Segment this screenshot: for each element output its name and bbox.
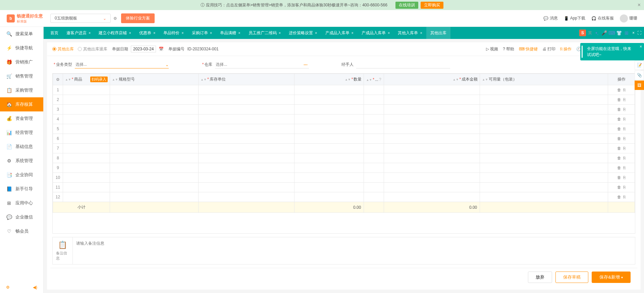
tooltip-close-icon[interactable]: × — [640, 44, 642, 49]
delete-row-icon[interactable]: 🗑 — [617, 117, 621, 121]
sort-icon[interactable]: ▲▼ — [112, 79, 118, 81]
close-icon[interactable]: × — [89, 31, 91, 35]
close-icon[interactable]: × — [129, 31, 131, 35]
radio-other-out-return[interactable]: 其他出库退库 — [78, 46, 107, 52]
sidebar-item-member[interactable]: ♡畅会员 — [0, 224, 43, 238]
gear-icon[interactable]: ⚙ — [113, 16, 117, 21]
sidebar-item-operation[interactable]: 📊经营管理 — [0, 126, 43, 140]
ime-skin-icon[interactable]: 👕 — [616, 30, 622, 36]
table-settings-icon[interactable]: ⚙ — [56, 77, 60, 82]
close-icon[interactable]: × — [388, 31, 390, 35]
delete-row-icon[interactable]: 🗑 — [617, 195, 621, 199]
sidebar-item-search[interactable]: 🔍搜索菜单 — [0, 27, 43, 41]
copy-row-icon[interactable]: ⎘ — [623, 165, 626, 170]
sidebar-item-collab[interactable]: 📑企业协同 — [0, 168, 43, 182]
table-row[interactable]: 11🗑⎘ — [53, 183, 635, 192]
scan-badge[interactable]: 扫码录入 — [90, 77, 108, 82]
sidebar-item-basic[interactable]: 📄基础信息 — [0, 140, 43, 154]
chevron-down-icon[interactable]: ⌄ — [165, 62, 169, 67]
messages-link[interactable]: 💬消息 — [543, 15, 558, 21]
delete-row-icon[interactable]: 🗑 — [617, 156, 621, 160]
table-row[interactable]: 10🗑⎘ — [53, 173, 635, 183]
table-row[interactable]: 12🗑⎘ — [53, 192, 635, 202]
user-menu[interactable]: 珊珊 — [620, 14, 637, 22]
close-icon[interactable]: × — [352, 31, 354, 35]
rail-note-icon[interactable]: 📝 — [635, 60, 644, 70]
copy-row-icon[interactable]: ⎘ — [623, 88, 626, 92]
sort-icon[interactable]: ▲▼ — [482, 79, 488, 81]
remarks-input[interactable] — [73, 237, 635, 254]
table-row[interactable]: 1🗑⎘ — [53, 85, 635, 95]
rail-image-icon[interactable]: 🖼 — [635, 81, 644, 90]
table-row[interactable]: 5🗑⎘ — [53, 124, 635, 134]
sort-icon[interactable]: ▲▼ — [65, 79, 71, 81]
sidebar-item-quicknav[interactable]: ⚡快捷导航 — [0, 41, 43, 55]
date-value[interactable]: 2023-03-24 — [131, 46, 156, 52]
save-new-button[interactable]: 保存&新增▾ — [592, 272, 631, 283]
sidebar-item-apps[interactable]: ⊞应用中心 — [0, 196, 43, 210]
save-draft-button[interactable]: 保存草稿 — [555, 272, 588, 283]
close-icon[interactable]: × — [279, 31, 281, 35]
warehouse-input[interactable] — [215, 61, 309, 68]
table-row[interactable]: 8🗑⎘ — [53, 153, 635, 163]
delete-row-icon[interactable]: 🗑 — [617, 97, 621, 102]
table-row[interactable]: 2🗑⎘ — [53, 95, 635, 105]
sidebar-item-system[interactable]: ⚙系统管理 — [0, 154, 43, 168]
sort-icon[interactable]: ▲▼ — [345, 79, 351, 81]
sidebar-item-purchase[interactable]: 📋采购管理 — [0, 83, 43, 97]
calendar-icon[interactable]: 📅 — [159, 47, 164, 51]
close-icon[interactable]: × — [315, 31, 317, 35]
delete-row-icon[interactable]: 🗑 — [617, 185, 621, 190]
ime-punct-icon[interactable]: •, — [594, 30, 600, 36]
table-row[interactable]: 6🗑⎘ — [53, 134, 635, 144]
copy-row-icon[interactable]: ⎘ — [623, 117, 626, 121]
delete-row-icon[interactable]: 🗑 — [617, 165, 621, 170]
table-row[interactable]: 3🗑⎘ — [53, 105, 635, 114]
operate-link[interactable]: ⎘操作 — [560, 46, 572, 52]
tab-invite[interactable]: 邀客户进店× — [62, 27, 95, 39]
delete-row-icon[interactable]: 🗑 — [617, 136, 621, 141]
service-link[interactable]: 🎧在线客服 — [591, 15, 614, 21]
app-download-link[interactable]: 📱App下载 — [564, 15, 585, 21]
close-icon[interactable]: × — [181, 31, 183, 35]
copy-row-icon[interactable]: ⎘ — [623, 107, 626, 112]
tab-qrcode[interactable]: 员工推广二维码× — [245, 27, 285, 39]
close-icon[interactable]: × — [238, 31, 240, 35]
tab-special[interactable]: 单品特价× — [159, 27, 187, 39]
tab-home[interactable]: 首页 — [46, 27, 62, 39]
more-icon[interactable]: ⋯ — [304, 62, 308, 67]
biztype-input[interactable] — [75, 61, 169, 68]
tab-product-in2[interactable]: 产成品入库单× — [358, 27, 394, 39]
buy-now-button[interactable]: 立即购买 — [421, 2, 443, 9]
sidebar-collapse-icon[interactable]: ◀) — [33, 285, 37, 290]
copy-row-icon[interactable]: ⎘ — [623, 195, 626, 199]
copy-row-icon[interactable]: ⎘ — [623, 97, 626, 102]
handler-input[interactable] — [356, 61, 450, 68]
sort-icon[interactable]: ▲▼ — [453, 79, 459, 81]
online-training-button[interactable]: 在线培训 — [395, 2, 418, 9]
tabs-close-icon[interactable]: × — [632, 31, 635, 35]
copy-row-icon[interactable]: ⎘ — [623, 185, 626, 190]
close-icon[interactable]: × — [210, 31, 212, 35]
fullscreen-icon[interactable]: ⛶ — [637, 31, 641, 35]
close-icon[interactable]: × — [153, 31, 155, 35]
table-row[interactable]: 9🗑⎘ — [53, 163, 635, 173]
radio-other-out[interactable]: 其他出库 — [52, 46, 74, 52]
ime-mic-icon[interactable]: 🎤 — [601, 30, 607, 36]
tab-gift[interactable]: 单品满赠× — [216, 27, 244, 39]
copy-row-icon[interactable]: ⎘ — [623, 127, 626, 131]
table-row[interactable]: 7🗑⎘ — [53, 144, 635, 153]
sidebar-item-funds[interactable]: 💰资金管理 — [0, 111, 43, 126]
copy-row-icon[interactable]: ⎘ — [623, 136, 626, 141]
sidebar-settings-icon[interactable]: ⚙ — [6, 285, 10, 290]
delete-row-icon[interactable]: 🗑 — [617, 175, 621, 180]
tab-other-in[interactable]: 其他入库单× — [394, 27, 426, 39]
video-link[interactable]: ▷视频 — [486, 46, 498, 52]
copy-row-icon[interactable]: ⎘ — [623, 156, 626, 160]
ime-grid-icon[interactable]: ⊞ — [624, 30, 630, 36]
sidebar-item-wechat[interactable]: 💬企业微信 — [0, 210, 43, 224]
help-icon[interactable]: ? — [379, 77, 381, 82]
sidebar-item-marketing[interactable]: 🎁营销推广 — [0, 55, 43, 69]
tab-product-in1[interactable]: 产成品入库单× — [321, 27, 358, 39]
org-selector[interactable]: 0五组旗舰板 ⌄ — [50, 14, 111, 23]
